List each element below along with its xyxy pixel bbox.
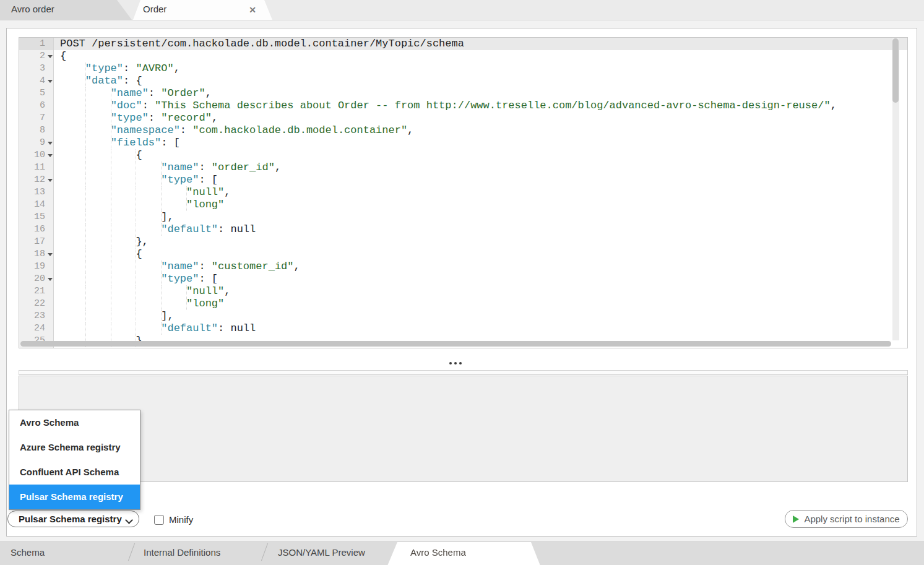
indent-guide xyxy=(111,211,111,223)
gutter-line: 7 xyxy=(19,112,53,124)
code-line: "data": { xyxy=(54,75,907,87)
code-line: ], xyxy=(54,310,907,322)
indent-guide xyxy=(111,137,111,149)
fold-arrow-icon[interactable] xyxy=(48,278,53,281)
apply-script-button[interactable]: Apply script to instance xyxy=(785,510,908,528)
indent-guide xyxy=(136,248,136,261)
vertical-scrollbar-thumb[interactable] xyxy=(892,38,899,103)
indent-guide xyxy=(161,273,162,285)
indent-guide xyxy=(111,273,111,285)
close-icon[interactable]: ✕ xyxy=(249,0,256,20)
bottom-tab-bar: Schema Internal Definitions JSON/YAML Pr… xyxy=(0,541,924,565)
gutter-line: 22 xyxy=(19,298,53,310)
indent-guide xyxy=(111,199,111,211)
code-line: }, xyxy=(54,236,907,248)
indent-guide xyxy=(85,285,86,298)
indent-guide xyxy=(111,248,111,261)
fold-arrow-icon[interactable] xyxy=(48,55,53,58)
indent-guide xyxy=(136,236,136,248)
line-number: 20 xyxy=(19,274,45,284)
fold-arrow-icon[interactable] xyxy=(48,253,53,256)
tab-internal-definitions[interactable]: Internal Definitions xyxy=(144,547,220,558)
indent-guide xyxy=(111,112,111,124)
tab-schema[interactable]: Schema xyxy=(11,547,45,558)
gutter-line: 19 xyxy=(19,261,53,273)
line-number: 24 xyxy=(19,323,45,334)
indent-guide xyxy=(136,199,136,211)
indent-guide xyxy=(85,273,86,285)
code-line: ], xyxy=(54,211,907,223)
output-panel xyxy=(19,376,908,482)
apply-script-button-label: Apply script to instance xyxy=(804,514,899,524)
line-number: 13 xyxy=(19,187,45,197)
code-line: "long" xyxy=(54,298,907,310)
indent-guide xyxy=(136,310,136,322)
line-number: 9 xyxy=(19,137,45,148)
gutter-line: 16 xyxy=(19,223,53,236)
indent-guide xyxy=(161,298,162,310)
tab-json-yaml-preview[interactable]: JSON/YAML Preview xyxy=(278,547,365,558)
indent-guide xyxy=(85,261,86,273)
fold-arrow-icon[interactable] xyxy=(48,179,53,182)
indent-guide xyxy=(85,137,86,149)
gutter-line: 20 xyxy=(19,273,53,285)
splitter-drag-handle[interactable] xyxy=(449,362,462,364)
line-number: 8 xyxy=(19,125,45,136)
indent-guide xyxy=(161,211,162,223)
gutter-line: 4 xyxy=(19,75,53,87)
fold-arrow-icon[interactable] xyxy=(48,154,53,157)
gutter-line: 24 xyxy=(19,322,53,335)
code-line: "default": null xyxy=(54,223,907,236)
gutter-line: 8 xyxy=(19,124,53,137)
menu-item-avro-schema[interactable]: Avro Schema xyxy=(9,410,140,435)
code-editor[interactable]: 1234567891011121314151617181920212223242… xyxy=(19,37,908,348)
indent-guide xyxy=(136,211,136,223)
tab-avro-schema[interactable]: Avro Schema xyxy=(387,542,540,565)
gutter-line: 13 xyxy=(19,186,53,199)
code-line: "default": null xyxy=(54,322,907,335)
code-line: "null", xyxy=(54,285,907,298)
line-number: 4 xyxy=(19,75,45,86)
code-line: "null", xyxy=(54,186,907,199)
indent-guide xyxy=(85,199,86,211)
line-number: 19 xyxy=(19,261,45,272)
indent-guide xyxy=(136,322,136,335)
tab-order[interactable]: Order ✕ xyxy=(133,0,272,20)
line-number: 12 xyxy=(19,175,45,185)
indent-guide xyxy=(85,124,86,137)
gutter-line: 2 xyxy=(19,50,53,63)
indent-guide xyxy=(161,322,162,335)
indent-guide xyxy=(85,87,86,100)
indent-guide xyxy=(186,199,187,211)
minify-checkbox[interactable] xyxy=(154,515,164,525)
horizontal-scrollbar-thumb[interactable] xyxy=(20,341,891,347)
code-line: { xyxy=(54,50,907,63)
menu-item-azure-schema-registry[interactable]: Azure Schema registry xyxy=(9,435,140,460)
menu-item-confluent-api-schema[interactable]: Confluent API Schema xyxy=(9,460,140,485)
line-number: 5 xyxy=(19,88,45,98)
gutter-line: 5 xyxy=(19,87,53,100)
minify-label: Minify xyxy=(169,514,193,525)
menu-item-pulsar-schema-registry[interactable]: Pulsar Schema registry xyxy=(9,485,140,509)
code-line: { xyxy=(54,149,907,162)
gutter-line: 18 xyxy=(19,248,53,261)
fold-arrow-icon[interactable] xyxy=(48,80,53,83)
gutter-line: 1 xyxy=(19,38,53,50)
indent-guide xyxy=(85,75,86,87)
editor-code-area[interactable]: POST /persistent/com.hackolade.db.model.… xyxy=(54,38,907,348)
tab-avro-order[interactable]: Avro order xyxy=(0,0,132,20)
indent-guide xyxy=(85,162,86,174)
fold-arrow-icon[interactable] xyxy=(48,142,53,145)
code-line: "doc": "This Schema describes about Orde… xyxy=(54,100,907,112)
line-number: 22 xyxy=(19,298,45,309)
script-type-select[interactable]: Pulsar Schema registry xyxy=(7,511,139,527)
indent-guide xyxy=(111,162,111,174)
code-line: "type": "record", xyxy=(54,112,907,124)
indent-guide xyxy=(136,162,136,174)
line-number: 17 xyxy=(19,236,45,247)
indent-guide xyxy=(161,285,162,298)
vertical-scrollbar-track[interactable] xyxy=(892,38,899,340)
indent-guide xyxy=(186,285,187,298)
code-line: "name": "order_id", xyxy=(54,162,907,174)
indent-guide xyxy=(111,174,111,186)
